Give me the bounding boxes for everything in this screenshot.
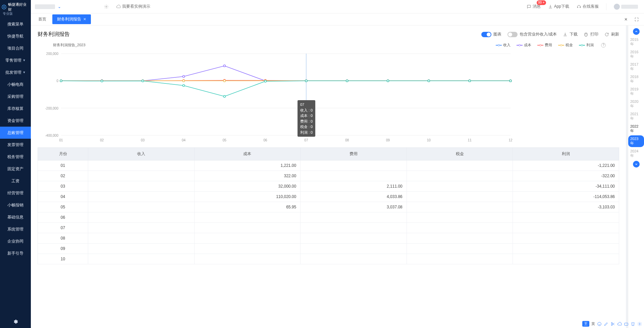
svg-text:-400,000: -400,000 [45, 134, 59, 137]
topbar: ⌄ 我要看实例演示 消息 99 + App下载 在线客服 [31, 0, 644, 13]
svg-point-77 [264, 80, 266, 82]
sidebar-item-11[interactable]: 税务管理 [0, 151, 31, 163]
legend-利润[interactable]: 利润 [579, 43, 594, 48]
sidebar-item-13[interactable]: 工资 [0, 175, 31, 187]
smile-icon[interactable] [597, 322, 602, 326]
scissors-icon[interactable] [610, 322, 615, 326]
edit-icon[interactable] [604, 322, 608, 326]
year-2018年[interactable]: 2018年 [628, 73, 644, 85]
toggle-extra-income[interactable]: 包含营业外收入/成本 [507, 31, 557, 37]
svg-point-76 [223, 95, 225, 97]
year-scroll-up[interactable] [633, 28, 640, 35]
cloud-icon [116, 4, 121, 9]
keyboard-icon[interactable] [624, 322, 629, 326]
chat-icon [527, 4, 531, 9]
org-name-masked [35, 4, 55, 9]
messages-badge: 99 + [537, 0, 546, 5]
print-button[interactable]: 打印 [584, 31, 598, 37]
brand-edition: 专业版 [0, 11, 13, 16]
chart-title: 财务利润报告_2023 [38, 43, 86, 48]
chevron-up-icon [635, 30, 638, 33]
refresh-button[interactable]: 刷新 [604, 31, 619, 37]
sidebar-item-0[interactable]: 搜索菜单 [0, 18, 31, 30]
year-2016年[interactable]: 2016年 [628, 49, 644, 60]
sidebar-item-9[interactable]: 总账管理 [0, 127, 31, 139]
fullscreen-button[interactable] [632, 15, 641, 24]
table-row: 06 [38, 212, 619, 223]
gear-icon[interactable] [637, 322, 642, 326]
year-2021年[interactable]: 2021年 [628, 111, 644, 122]
username-masked [621, 5, 638, 9]
svg-text:0: 0 [56, 79, 58, 83]
svg-point-39 [182, 75, 184, 77]
sidebar-item-6[interactable]: 采购管理 [0, 90, 31, 103]
tab-profit-report[interactable]: 财务利润报告 ✕ [52, 14, 91, 24]
col-5: 利润 [513, 148, 619, 160]
sidebar-item-16[interactable]: 基础信息 [0, 211, 31, 223]
year-scroll-down[interactable] [633, 161, 640, 168]
sidebar-item-15[interactable]: 小畅报销 [0, 199, 31, 211]
legend-收入[interactable]: 收入 [496, 43, 511, 48]
table-row: 09 [38, 244, 619, 254]
brand-icon [1, 4, 7, 10]
year-2017年[interactable]: 2017年 [628, 61, 644, 73]
sidebar-item-12[interactable]: 固定资产 [0, 163, 31, 175]
year-2020年[interactable]: 2020年 [628, 98, 644, 110]
tab-home[interactable]: 首页 [34, 14, 51, 24]
user-menu[interactable] [612, 2, 640, 11]
org-settings-button[interactable] [102, 3, 111, 10]
table-row: 10 [38, 254, 619, 264]
tabs: 首页 财务利润报告 ✕ ✕ [31, 13, 644, 25]
page-header: 财务利润报告 图表 包含营业外收入/成本 下载 [38, 31, 619, 38]
gear-icon [13, 319, 18, 324]
svg-point-78 [305, 80, 307, 82]
messages-button[interactable]: 消息 99 + [525, 2, 543, 11]
year-2019年[interactable]: 2019年 [628, 86, 644, 97]
legend-成本[interactable]: 成本 [517, 43, 531, 48]
sidebar-item-3[interactable]: 零售管理▼ [0, 54, 31, 66]
year-2015年[interactable]: 2015年 [628, 36, 644, 48]
org-selector[interactable]: ⌄ [35, 4, 99, 9]
col-4: 税金 [407, 148, 513, 160]
svg-point-84 [598, 322, 601, 326]
ime-pill[interactable]: 王 [582, 321, 589, 327]
download-button[interactable]: 下载 [563, 31, 578, 37]
year-2022年[interactable]: 2022年 [628, 123, 644, 135]
ime-lang[interactable]: 英 [591, 321, 595, 326]
svg-text:01: 01 [59, 138, 63, 142]
svg-point-73 [101, 80, 103, 82]
legend-税金[interactable]: 税金 [558, 43, 573, 48]
settings-button[interactable] [13, 315, 18, 328]
expand-icon [634, 17, 639, 22]
sidebar-item-5[interactable]: 小畅电商 [0, 78, 31, 90]
support-button[interactable]: 在线客服 [575, 2, 601, 11]
col-3: 费用 [301, 148, 407, 160]
sidebar-item-18[interactable]: 企业协同 [0, 235, 31, 247]
table-row: 0565.953,037.08-3,103.03 [38, 202, 619, 212]
table-row: 07 [38, 223, 619, 233]
sidebar-item-2[interactable]: 项目合同 [0, 42, 31, 54]
cloud-icon[interactable] [617, 322, 622, 326]
shirt-icon[interactable] [631, 322, 635, 326]
toggle-chart[interactable]: 图表 [481, 31, 501, 37]
sidebar-item-1[interactable]: 快捷导航 [0, 30, 31, 42]
gear-icon [104, 4, 109, 9]
year-2023年[interactable]: 2023年 [628, 135, 644, 147]
caret-icon: ▼ [23, 71, 26, 74]
app-download-button[interactable]: App下载 [546, 2, 571, 11]
legend-费用[interactable]: 费用 [537, 43, 552, 48]
svg-text:04: 04 [182, 138, 186, 142]
legend-help-icon[interactable]: ? [601, 43, 606, 48]
sidebar-item-10[interactable]: 发票管理 [0, 139, 31, 151]
sidebar-item-17[interactable]: 系统管理 [0, 223, 31, 235]
demo-button[interactable]: 我要看实例演示 [114, 2, 152, 11]
year-2024年[interactable]: 2024年 [628, 148, 644, 159]
sidebar-item-19[interactable]: 新手引导 [0, 247, 31, 259]
sidebar-item-7[interactable]: 库存核算 [0, 103, 31, 115]
sidebar-item-8[interactable]: 资金管理 [0, 115, 31, 127]
close-all-button[interactable]: ✕ [621, 15, 631, 24]
close-icon[interactable]: ✕ [83, 17, 86, 21]
profit-chart[interactable]: -400,000-200,0000200,0000102030405060708… [38, 48, 521, 145]
sidebar-item-14[interactable]: 经营管理 [0, 187, 31, 199]
sidebar-item-4[interactable]: 批发管理▼ [0, 66, 31, 78]
